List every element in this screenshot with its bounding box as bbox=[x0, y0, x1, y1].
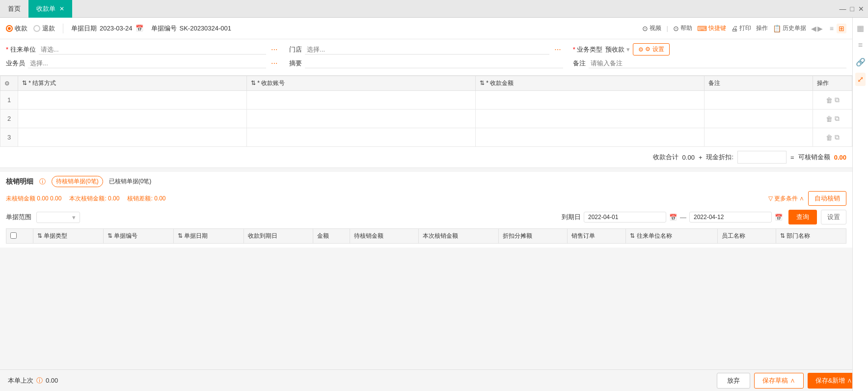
cell-account-3[interactable] bbox=[246, 128, 475, 147]
biz-type-label: * 业务类型 bbox=[573, 45, 603, 54]
close-button[interactable]: ✕ bbox=[858, 5, 864, 13]
settings-button[interactable]: ⚙ ⚙ 设置 bbox=[633, 43, 669, 56]
cell-remark-1[interactable] bbox=[704, 91, 813, 110]
calendar-icon[interactable]: 📅 bbox=[136, 25, 143, 32]
recon-title: 核销明细 bbox=[6, 177, 33, 186]
next-arrow[interactable]: ▶ bbox=[817, 25, 823, 32]
more-filter-btn[interactable]: ▽ 更多条件 ∧ bbox=[768, 195, 804, 203]
tab-receipt[interactable]: 收款单 ✕ bbox=[28, 0, 72, 18]
remark-input[interactable] bbox=[589, 58, 846, 68]
th-remark: 备注 bbox=[704, 76, 813, 91]
cal-from-icon[interactable]: 📅 bbox=[669, 214, 677, 221]
summary-input[interactable] bbox=[305, 58, 563, 68]
refund-radio[interactable]: 退款 bbox=[33, 24, 55, 33]
draft-button[interactable]: 保存草稿 ∧ bbox=[754, 373, 804, 389]
date-value: 2023-03-24 bbox=[100, 25, 133, 32]
th-pending: 待核销金额 bbox=[350, 229, 419, 244]
recon-info-icon[interactable]: ⓘ bbox=[39, 177, 46, 186]
pending-tab[interactable]: 待核销单据(0笔) bbox=[52, 176, 103, 187]
date-from-input[interactable] bbox=[584, 212, 666, 223]
maximize-button[interactable]: □ bbox=[850, 5, 854, 13]
table-settings-button[interactable]: 设置 bbox=[821, 210, 846, 224]
table-settings-header[interactable]: ⚙ bbox=[0, 76, 18, 91]
receipt-radio[interactable]: 收款 bbox=[6, 24, 27, 33]
tab-receipt-label: 收款单 bbox=[36, 4, 55, 13]
form-row-2: 业务员 ··· 摘要 备注 bbox=[6, 58, 846, 68]
recon-table: ⇅ 单据类型 ⇅ 单据编号 ⇅ 单据日期 收款到期日 金额 bbox=[6, 228, 846, 244]
video-icon: ⊙ bbox=[642, 25, 648, 32]
cell-amount-3[interactable] bbox=[475, 128, 704, 147]
copy-icon-3[interactable]: ⧉ bbox=[835, 133, 840, 141]
cell-settlement-3[interactable] bbox=[18, 128, 247, 147]
tab-home[interactable]: 首页 bbox=[0, 0, 28, 18]
cell-settlement-1[interactable] bbox=[18, 91, 247, 110]
cal-to-icon[interactable]: 📅 bbox=[775, 214, 783, 221]
range-select[interactable]: ▾ bbox=[36, 212, 80, 223]
tab-close-icon[interactable]: ✕ bbox=[59, 5, 64, 12]
number-label: 单据编号 bbox=[151, 24, 177, 33]
salesperson-more-btn[interactable]: ··· bbox=[269, 59, 279, 68]
table-gear-icon[interactable]: ⚙ bbox=[4, 80, 10, 87]
delete-icon-1[interactable]: 🗑 bbox=[826, 96, 833, 104]
cell-amount-2[interactable] bbox=[475, 110, 704, 128]
copy-icon-1[interactable]: ⧉ bbox=[835, 96, 840, 104]
print-button[interactable]: 🖨 打印 bbox=[731, 24, 751, 32]
auto-recon-button[interactable]: 自动核销 bbox=[808, 191, 846, 206]
sort-icon: ⇅ bbox=[178, 232, 183, 239]
discount-label: 现金折扣: bbox=[706, 153, 733, 162]
delete-icon-2[interactable]: 🗑 bbox=[826, 115, 833, 123]
shop-input[interactable] bbox=[305, 45, 549, 55]
biz-type-select[interactable]: 预收款 ▾ bbox=[605, 45, 630, 54]
th-checkbox bbox=[6, 229, 33, 244]
cell-remark-3[interactable] bbox=[704, 128, 813, 147]
history-button[interactable]: 📋 历史单据 bbox=[773, 24, 806, 32]
minimize-button[interactable]: — bbox=[840, 5, 846, 13]
query-button[interactable]: 查询 bbox=[788, 210, 817, 224]
discount-input[interactable] bbox=[737, 151, 787, 164]
abandon-button[interactable]: 放弃 bbox=[717, 373, 750, 389]
cell-amount-1[interactable] bbox=[475, 91, 704, 110]
counterpart-input[interactable] bbox=[39, 45, 266, 55]
recon-header: 核销明细 ⓘ 待核销单据(0笔) 已核销单据(0笔) bbox=[6, 176, 846, 187]
bottom-info-icon[interactable]: ⓘ bbox=[36, 376, 43, 385]
toolbar-right: ⊙ 视频 | ⊙ 帮助 ⌨ 快捷键 🖨 打印 操作 📋 历史单据 ◀ ▶ ≡ ⊞ bbox=[642, 24, 846, 33]
main-content: 收款 退款 单据日期 2023-03-24 📅 单据编号 SK-20230324… bbox=[0, 18, 868, 369]
number-field: 单据编号 SK-20230324-001 bbox=[151, 24, 232, 33]
cell-remark-2[interactable] bbox=[704, 110, 813, 128]
sort-icon: ⇅ bbox=[37, 232, 42, 239]
th-current-recon: 本次核销金额 bbox=[419, 229, 499, 244]
toolbar: 收款 退款 单据日期 2023-03-24 📅 单据编号 SK-20230324… bbox=[0, 18, 852, 39]
filter-icon: ▽ bbox=[768, 195, 773, 202]
sidebar-expand-icon[interactable]: ⤢ bbox=[855, 73, 866, 86]
shop-field: 门店 ··· bbox=[289, 45, 563, 55]
operation-button[interactable]: 操作 bbox=[756, 24, 768, 32]
date-field-filter: 到期日 📅 — 📅 bbox=[562, 212, 783, 223]
biz-type-arrow[interactable]: ▾ bbox=[626, 46, 630, 53]
prev-arrow[interactable]: ◀ bbox=[811, 25, 816, 32]
th-due: 收款到期日 bbox=[244, 229, 313, 244]
salesperson-input[interactable] bbox=[28, 58, 266, 68]
cell-account-2[interactable] bbox=[246, 110, 475, 128]
done-tab[interactable]: 已核销单据(0笔) bbox=[109, 177, 152, 186]
cell-settlement-2[interactable] bbox=[18, 110, 247, 128]
cell-account-1[interactable] bbox=[246, 91, 475, 110]
sidebar-link-icon[interactable]: 🔗 bbox=[854, 56, 868, 69]
grid-view-btn[interactable]: ⊞ bbox=[837, 24, 846, 33]
shop-more-btn[interactable]: ··· bbox=[552, 45, 563, 54]
sidebar-table-icon[interactable]: ▦ bbox=[855, 22, 866, 35]
select-all-checkbox[interactable] bbox=[10, 232, 17, 239]
video-button[interactable]: ⊙ 视频 bbox=[642, 24, 661, 32]
th-amount: ⇅ * 收款金额 bbox=[475, 76, 704, 91]
counterpart-more-btn[interactable]: ··· bbox=[269, 45, 279, 54]
delete-icon-3[interactable]: 🗑 bbox=[826, 134, 833, 141]
date-to-input[interactable] bbox=[689, 212, 772, 223]
remark-label: 备注 bbox=[573, 59, 586, 68]
video-label: 视频 bbox=[650, 24, 661, 32]
list-view-btn[interactable]: ≡ bbox=[828, 24, 836, 33]
help-button[interactable]: ⊙ 帮助 bbox=[673, 24, 692, 32]
sidebar-list-icon[interactable]: ≡ bbox=[856, 39, 865, 52]
bottom-right: 放弃 保存草稿 ∧ 保存&新增 ∧ bbox=[717, 373, 860, 389]
right-sidebar: ▦ ≡ 🔗 ⤢ bbox=[852, 18, 868, 391]
copy-icon-2[interactable]: ⧉ bbox=[835, 114, 840, 123]
shortcut-button[interactable]: ⌨ 快捷键 bbox=[697, 24, 726, 32]
